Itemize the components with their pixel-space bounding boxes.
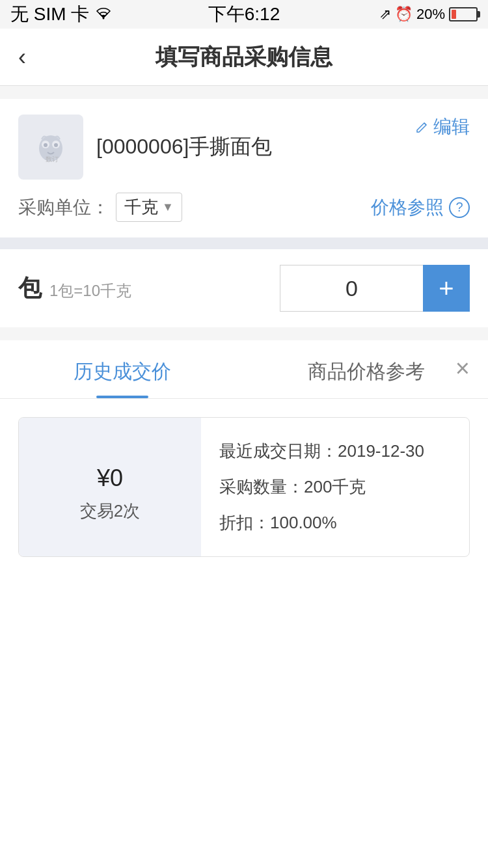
quantity-hint: 1包=10千克 [49, 280, 131, 301]
unit-label: 采购单位： [18, 195, 109, 220]
tabs-header: 历史成交价 商品价格参考 × [0, 340, 488, 399]
price-ref-button[interactable]: 价格参照 ? [371, 195, 470, 220]
wifi-icon [94, 4, 113, 25]
nav-bar: ‹ 填写商品采购信息 [0, 29, 488, 86]
product-name: [0000006]手撕面包 [96, 133, 272, 161]
history-content: ¥0 交易2次 最近成交日期：2019-12-30 采购数量：200千克 折扣：… [0, 399, 488, 575]
tabs-close-button[interactable]: × [455, 356, 470, 381]
status-bar: 无 SIM 卡 下午6:12 ⇗ ⏰ 20% [0, 0, 488, 29]
quantity-input[interactable] [280, 265, 423, 312]
recent-date-row: 最近成交日期：2019-12-30 [219, 439, 451, 464]
quantity-label: 包 1包=10千克 [18, 273, 131, 305]
quantity-input-group: + [280, 265, 470, 312]
tab-history-price[interactable]: 历史成交价 [0, 340, 244, 398]
status-left: 无 SIM 卡 [10, 2, 113, 27]
price-value: 0 [110, 465, 123, 491]
trade-count: 交易2次 [80, 500, 140, 522]
back-button[interactable]: ‹ [18, 44, 26, 71]
edit-label: 编辑 [433, 115, 470, 139]
quantity-detail-value: 200千克 [304, 477, 366, 496]
svg-text:数订: 数订 [46, 156, 59, 163]
edit-icon [415, 120, 429, 134]
discount-label: 折扣： [219, 513, 270, 532]
price-ref-label: 价格参照 [371, 195, 444, 220]
history-price: ¥0 [97, 452, 123, 495]
quantity-detail-label: 采购数量： [219, 477, 304, 496]
product-image: 数订 [18, 115, 83, 180]
status-right: ⇗ ⏰ 20% [379, 6, 478, 23]
svg-point-4 [44, 143, 47, 147]
quantity-unit: 包 [18, 273, 42, 305]
dropdown-arrow-icon: ▼ [162, 200, 174, 214]
battery-percent: 20% [416, 6, 445, 23]
currency-symbol: ¥ [97, 465, 110, 491]
product-section: 数订 [0000006]手撕面包 编辑 采购单位： 千克 ▼ 价格参照 ? [0, 99, 488, 237]
quantity-section: 包 1包=10千克 + [0, 249, 488, 327]
recent-date-label: 最近成交日期： [219, 441, 338, 461]
status-time: 下午6:12 [208, 2, 280, 27]
page-background [0, 575, 488, 868]
tabs-section: 历史成交价 商品价格参考 × ¥0 交易2次 最近成交日期：2019-12-30… [0, 340, 488, 575]
section-divider [0, 237, 488, 249]
tab-price-reference[interactable]: 商品价格参考 [244, 340, 488, 398]
edit-button[interactable]: 编辑 [415, 115, 470, 139]
unit-value: 千克 [124, 196, 158, 219]
product-left: 数订 [0000006]手撕面包 [18, 115, 272, 180]
quantity-row: 采购数量：200千克 [219, 474, 451, 500]
unit-select[interactable]: 千克 ▼ [116, 193, 182, 222]
alarm-icon: ⏰ [395, 6, 413, 23]
svg-point-0 [103, 18, 105, 20]
product-meta: 采购单位： 千克 ▼ 价格参照 ? [18, 193, 470, 222]
location-icon: ⇗ [379, 6, 391, 23]
discount-row: 折扣：100.00% [219, 510, 451, 536]
page-title: 填写商品采购信息 [156, 42, 332, 72]
history-right: 最近成交日期：2019-12-30 采购数量：200千克 折扣：100.00% [201, 418, 469, 556]
battery-icon [449, 7, 478, 21]
question-icon: ? [449, 197, 470, 218]
carrier-text: 无 SIM 卡 [10, 2, 89, 27]
quantity-plus-button[interactable]: + [423, 265, 470, 312]
svg-point-5 [54, 143, 58, 147]
history-card: ¥0 交易2次 最近成交日期：2019-12-30 采购数量：200千克 折扣：… [18, 417, 470, 557]
history-left: ¥0 交易2次 [19, 418, 201, 556]
product-header: 数订 [0000006]手撕面包 编辑 [18, 115, 470, 180]
discount-value: 100.00% [270, 513, 337, 532]
recent-date-value: 2019-12-30 [338, 441, 424, 461]
